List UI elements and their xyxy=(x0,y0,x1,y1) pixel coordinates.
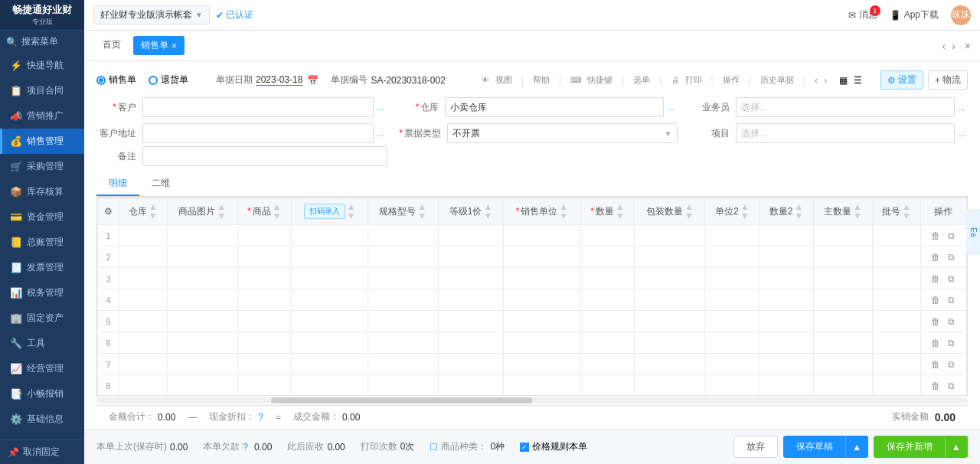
user-profile[interactable]: 珠珠 xyxy=(951,5,971,25)
row-batch-1[interactable] xyxy=(873,247,921,268)
row-qty-7[interactable] xyxy=(580,375,635,397)
row-img-7[interactable] xyxy=(167,375,237,397)
radio-return[interactable]: 退货单 xyxy=(149,74,188,87)
row-spec-5[interactable] xyxy=(368,332,438,354)
company-selector[interactable]: 好业财专业版演示帐套 ▼ xyxy=(93,5,210,25)
tab-detail[interactable]: 明细 xyxy=(96,172,139,196)
row-copy-3[interactable]: ⧉ xyxy=(945,294,957,306)
row-price1-0[interactable] xyxy=(438,225,504,247)
row-product-2[interactable] xyxy=(237,268,292,289)
discount-help-icon[interactable]: ? xyxy=(258,412,263,423)
row-saleunit-1[interactable] xyxy=(504,247,580,268)
sidebar-item-inventory[interactable]: 📦库存核算 xyxy=(0,179,84,204)
row-packqty-6[interactable] xyxy=(635,354,705,375)
remark-input[interactable] xyxy=(142,146,387,166)
row-product-0[interactable] xyxy=(237,225,292,247)
warehouse-input[interactable]: 小卖仓库 xyxy=(445,97,664,117)
tab-sales[interactable]: 销售单 × xyxy=(133,36,185,55)
row-product-1[interactable] xyxy=(237,247,292,268)
row-qty2-5[interactable] xyxy=(760,332,814,354)
row-copy-4[interactable]: ⧉ xyxy=(945,315,957,328)
row-img-2[interactable] xyxy=(167,268,237,289)
row-warehouse-6[interactable] xyxy=(119,354,168,375)
row-spec-6[interactable] xyxy=(368,354,438,375)
row-copy-1[interactable]: ⧉ xyxy=(945,251,957,263)
close-window-button[interactable]: × xyxy=(965,40,971,52)
customer-ellipsis-button[interactable]: ... xyxy=(374,103,387,112)
row-batch-0[interactable] xyxy=(873,225,921,247)
row-delete-7[interactable]: 🗑 xyxy=(929,380,942,392)
row-qty-2[interactable] xyxy=(580,268,635,289)
row-unit2-7[interactable] xyxy=(705,375,760,397)
row-scan-3[interactable] xyxy=(292,289,368,311)
row-unit2-2[interactable] xyxy=(705,268,760,289)
row-price1-7[interactable] xyxy=(438,375,504,397)
row-unit2-6[interactable] xyxy=(705,354,760,375)
row-copy-2[interactable]: ⧉ xyxy=(945,273,957,285)
message-button[interactable]: ✉ 1 消息 xyxy=(848,8,877,21)
cancel-fixed-item[interactable]: 📌 取消固定 xyxy=(0,440,84,464)
save-new-arrow-button[interactable]: ▲ xyxy=(945,436,968,458)
row-unit2-1[interactable] xyxy=(705,247,760,268)
nav-right-icon[interactable]: › xyxy=(824,75,827,86)
row-warehouse-5[interactable] xyxy=(119,332,168,354)
abandon-button[interactable]: 放弃 xyxy=(733,436,778,458)
row-qty2-1[interactable] xyxy=(760,247,814,268)
row-img-4[interactable] xyxy=(167,311,237,332)
row-unit2-4[interactable] xyxy=(705,311,760,332)
row-price1-2[interactable] xyxy=(438,268,504,289)
row-batch-3[interactable] xyxy=(873,289,921,311)
debt-help-icon[interactable]: ? xyxy=(243,442,248,453)
row-spec-7[interactable] xyxy=(368,375,438,397)
row-warehouse-7[interactable] xyxy=(119,375,168,397)
row-qty-5[interactable] xyxy=(580,332,635,354)
row-mainqty-5[interactable] xyxy=(813,332,872,354)
row-qty-4[interactable] xyxy=(580,311,635,332)
row-scan-1[interactable] xyxy=(292,247,368,268)
row-price1-5[interactable] xyxy=(438,332,504,354)
row-product-7[interactable] xyxy=(237,375,292,397)
product-table-container[interactable]: ⚙ 仓库▲▼ 商品图片▲▼ *商品▲▼ xyxy=(96,197,968,396)
sidebar-item-sales[interactable]: 💰销售管理 xyxy=(0,129,84,154)
row-delete-2[interactable]: 🗑 xyxy=(929,273,942,285)
row-spec-4[interactable] xyxy=(368,311,438,332)
row-qty2-4[interactable] xyxy=(760,311,814,332)
row-delete-5[interactable]: 🗑 xyxy=(929,337,942,349)
row-mainqty-1[interactable] xyxy=(813,247,872,268)
save-draft-arrow-button[interactable]: ▲ xyxy=(845,436,868,458)
row-qty-0[interactable] xyxy=(580,225,635,247)
sidebar-item-basic[interactable]: ⚙️基础信息 xyxy=(0,407,84,432)
row-copy-5[interactable]: ⧉ xyxy=(945,337,957,349)
row-packqty-4[interactable] xyxy=(635,311,705,332)
row-qty-6[interactable] xyxy=(580,354,635,375)
row-delete-6[interactable]: 🗑 xyxy=(929,358,942,371)
row-delete-0[interactable]: 🗑 xyxy=(929,230,942,242)
row-qty2-2[interactable] xyxy=(760,268,814,289)
row-qty-1[interactable] xyxy=(580,247,635,268)
row-spec-3[interactable] xyxy=(368,289,438,311)
row-batch-4[interactable] xyxy=(873,311,921,332)
sidebar-item-purchase[interactable]: 🛒采购管理 xyxy=(0,154,84,179)
row-qty2-3[interactable] xyxy=(760,289,814,311)
select-order-label[interactable]: 选单 xyxy=(633,74,650,86)
row-warehouse-1[interactable] xyxy=(119,247,168,268)
row-saleunit-3[interactable] xyxy=(504,289,580,311)
row-price1-6[interactable] xyxy=(438,354,504,375)
row-mainqty-4[interactable] xyxy=(813,311,872,332)
invoice-select[interactable]: 不开票 ▼ xyxy=(447,123,678,143)
calendar-icon[interactable]: 📅 xyxy=(307,75,318,86)
row-product-5[interactable] xyxy=(237,332,292,354)
row-packqty-1[interactable] xyxy=(635,247,705,268)
next-window-button[interactable]: › xyxy=(952,40,956,52)
row-copy-7[interactable]: ⧉ xyxy=(945,380,957,392)
row-warehouse-3[interactable] xyxy=(119,289,168,311)
row-qty2-0[interactable] xyxy=(760,225,814,247)
search-menu-item[interactable]: 🔍 搜索菜单 xyxy=(0,31,84,53)
tab-2d[interactable]: 二维 xyxy=(139,172,182,196)
row-scan-7[interactable] xyxy=(292,375,368,397)
row-spec-2[interactable] xyxy=(368,268,438,289)
settings-button[interactable]: ⚙ 设置 xyxy=(880,70,923,90)
row-saleunit-4[interactable] xyxy=(504,311,580,332)
row-saleunit-7[interactable] xyxy=(504,375,580,397)
row-delete-4[interactable]: 🗑 xyxy=(929,315,942,328)
